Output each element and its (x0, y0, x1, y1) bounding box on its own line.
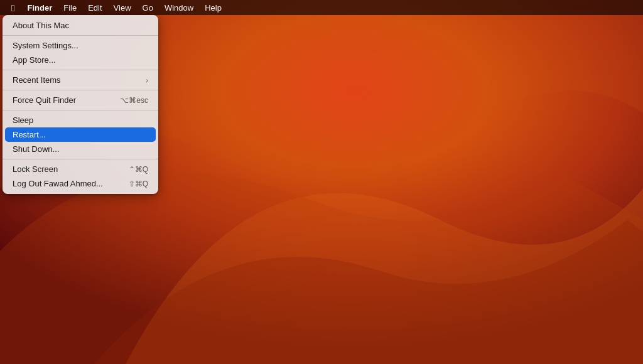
menu-item-app-store[interactable]: App Store... (3, 53, 158, 67)
menu-separator-1 (3, 35, 158, 36)
menu-separator-4 (3, 110, 158, 110)
apple-menu-button[interactable]:  (5, 1, 21, 14)
log-out-shortcut: ⇧⌘Q (129, 179, 148, 188)
menu-item-restart[interactable]: Restart... (5, 127, 156, 142)
menu-item-log-out-label: Log Out Fawad Ahmed... (13, 179, 103, 188)
menu-separator-5 (3, 159, 158, 159)
menu-item-shut-down[interactable]: Shut Down... (3, 142, 158, 156)
menubar-file[interactable]: File (58, 2, 82, 14)
menubar-help[interactable]: Help (200, 2, 227, 14)
menubar-items:  Finder File Edit View Go Window Help (5, 1, 227, 14)
menu-item-shut-down-label: Shut Down... (13, 144, 59, 154)
menubar:  Finder File Edit View Go Window Help (0, 0, 643, 15)
submenu-arrow-icon: › (146, 77, 148, 84)
menu-item-system-settings-label: System Settings... (13, 41, 78, 50)
menu-item-app-store-label: App Store... (13, 55, 56, 65)
menu-separator-3 (3, 90, 158, 90)
menu-item-system-settings[interactable]: System Settings... (3, 38, 158, 53)
menu-item-sleep-label: Sleep (13, 115, 33, 125)
menu-item-lock-screen[interactable]: Lock Screen ⌃⌘Q (3, 162, 158, 176)
menu-item-about[interactable]: About This Mac (3, 18, 158, 33)
menubar-edit[interactable]: Edit (83, 2, 107, 14)
lock-screen-shortcut: ⌃⌘Q (129, 165, 148, 174)
menu-item-force-quit[interactable]: Force Quit Finder ⌥⌘esc (3, 93, 158, 107)
menu-item-sleep[interactable]: Sleep (3, 113, 158, 127)
menu-item-log-out[interactable]: Log Out Fawad Ahmed... ⇧⌘Q (3, 176, 158, 191)
menu-item-recent-items-label: Recent Items (13, 75, 61, 85)
menu-separator-2 (3, 70, 158, 70)
force-quit-shortcut: ⌥⌘esc (120, 96, 148, 105)
menubar-go[interactable]: Go (138, 2, 158, 14)
menubar-view[interactable]: View (109, 2, 136, 14)
menu-item-restart-label: Restart... (13, 130, 46, 139)
menu-item-force-quit-label: Force Quit Finder (13, 95, 76, 105)
menubar-finder[interactable]: Finder (22, 2, 57, 14)
menubar-window[interactable]: Window (159, 2, 198, 14)
menu-item-about-label: About This Mac (13, 21, 69, 30)
apple-dropdown-menu: About This Mac System Settings... App St… (3, 15, 158, 194)
menu-item-lock-screen-label: Lock Screen (13, 164, 58, 174)
menu-item-recent-items[interactable]: Recent Items › (3, 73, 158, 87)
